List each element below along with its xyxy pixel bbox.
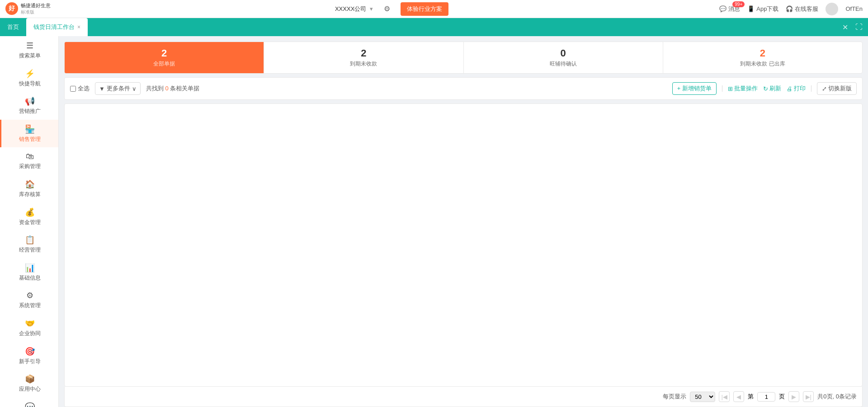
page-size-select[interactable]: 50 100 bbox=[690, 392, 715, 402]
sidebar-label-inventory: 库存核算 bbox=[19, 191, 41, 198]
sidebar-item-inventory[interactable]: 🏠 库存核算 bbox=[0, 175, 58, 203]
stat-number-pending: 0 bbox=[561, 47, 566, 59]
company-selector[interactable]: XXXXX公司 ▾ ⚙ 体验行业方案 bbox=[335, 2, 448, 16]
stat-number-all: 2 bbox=[161, 47, 167, 59]
found-count: 0 bbox=[165, 85, 169, 92]
sidebar-label-search-menu: 搜索菜单 bbox=[19, 52, 41, 60]
stat-card-shipped[interactable]: 2 到期未收款 已出库 bbox=[663, 42, 862, 73]
select-all-checkbox[interactable]: 全选 bbox=[70, 84, 90, 93]
batch-icon: ⊞ bbox=[728, 85, 733, 92]
sidebar-label-marketing: 营销推广 bbox=[19, 108, 41, 115]
tab-home[interactable]: 首页 bbox=[0, 18, 26, 36]
system-icon: ⚙ bbox=[26, 290, 33, 300]
chevron-down-icon[interactable]: ▾ bbox=[370, 5, 377, 13]
sidebar-label-basics: 基础信息 bbox=[19, 275, 41, 282]
app-download-btn[interactable]: 📱 App下载 bbox=[747, 5, 778, 13]
inventory-icon: 🏠 bbox=[25, 179, 35, 189]
sidebar: ☰ 搜索菜单 ⚡ 快捷导航 📢 营销推广 🏪 销售管理 🛍 采购管理 🏠 库存核… bbox=[0, 36, 59, 407]
sidebar-item-operations[interactable]: 📋 经营管理 bbox=[0, 230, 58, 258]
select-all-input[interactable] bbox=[70, 86, 76, 92]
tab-active[interactable]: 钱货日清工作台 × bbox=[26, 18, 88, 36]
sidebar-item-cooperation[interactable]: 🤝 企业协同 bbox=[0, 314, 58, 342]
quick-nav-icon: ⚡ bbox=[25, 69, 35, 79]
purchase-icon: 🛍 bbox=[26, 152, 34, 161]
sidebar-label-quick-nav: 快捷导航 bbox=[19, 80, 41, 88]
close-window-icon[interactable]: ✕ bbox=[840, 21, 850, 33]
search-menu-icon: ☰ bbox=[26, 41, 33, 51]
sidebar-item-search-menu[interactable]: ☰ 搜索菜单 bbox=[0, 36, 58, 64]
top-header: 好 畅捷通好生意 标准版 XXXXX公司 ▾ ⚙ 体验行业方案 💬 消息 99+… bbox=[0, 0, 868, 18]
stat-number-overdue: 2 bbox=[361, 47, 366, 59]
refresh-label: 刷新 bbox=[769, 84, 781, 93]
logo-icon: 好 bbox=[5, 2, 18, 15]
last-page-btn[interactable]: ▶| bbox=[803, 391, 814, 402]
tab-close-icon[interactable]: × bbox=[77, 24, 80, 30]
app-center-icon: 📦 bbox=[25, 374, 35, 384]
username[interactable]: OfTEn bbox=[845, 5, 863, 12]
settings-icon[interactable]: ⚙ bbox=[381, 3, 393, 15]
message-badge: 99+ bbox=[732, 1, 745, 7]
sidebar-label-cooperation: 企业协同 bbox=[19, 330, 41, 337]
header-right: 💬 消息 99+ 📱 App下载 🎧 在线客服 OfTEn bbox=[719, 3, 863, 15]
message-btn[interactable]: 💬 消息 99+ bbox=[719, 5, 740, 13]
avatar[interactable] bbox=[826, 3, 838, 15]
sidebar-label-purchase: 采购管理 bbox=[19, 163, 41, 170]
online-service-btn[interactable]: 🎧 在线客服 bbox=[786, 5, 818, 13]
page-input[interactable] bbox=[757, 392, 775, 402]
switch-icon: ⤢ bbox=[822, 85, 827, 92]
sidebar-item-app-center[interactable]: 📦 应用中心 bbox=[0, 370, 58, 398]
home-tab-label: 首页 bbox=[7, 23, 19, 31]
cooperation-icon: 🤝 bbox=[25, 318, 35, 328]
sidebar-item-system[interactable]: ⚙ 系统管理 bbox=[0, 286, 58, 314]
app-icon: 📱 bbox=[747, 5, 755, 12]
sidebar-item-capital[interactable]: 💰 资金管理 bbox=[0, 203, 58, 231]
company-name[interactable]: XXXXX公司 bbox=[335, 5, 366, 13]
toolbar: 全选 ▼ 更多条件 ∨ 共找到 0 条相关单据 + 新增销货单 ⊞ 批 bbox=[64, 77, 863, 100]
batch-label: 批量操作 bbox=[734, 84, 758, 93]
logo-area: 好 畅捷通好生意 标准版 bbox=[5, 2, 64, 15]
sidebar-item-basics[interactable]: 📊 基础信息 bbox=[0, 258, 58, 286]
found-suffix: 条相关单据 bbox=[170, 85, 199, 92]
filter-label: 更多条件 bbox=[107, 84, 130, 93]
refresh-icon: ↻ bbox=[763, 85, 768, 92]
page-label: 第 bbox=[748, 393, 754, 401]
headset-icon: 🎧 bbox=[786, 5, 793, 12]
sidebar-label-capital: 资金管理 bbox=[19, 219, 41, 226]
prev-page-btn[interactable]: ◀ bbox=[733, 391, 744, 402]
expand-window-icon[interactable]: ⛶ bbox=[854, 21, 864, 33]
page-size-label: 每页显示 bbox=[663, 393, 686, 401]
filter-btn[interactable]: ▼ 更多条件 ∨ bbox=[95, 82, 141, 95]
stat-card-pending[interactable]: 0 旺辅待确认 bbox=[464, 42, 663, 73]
first-page-btn[interactable]: |◀ bbox=[719, 391, 730, 402]
sidebar-item-wechat[interactable]: 💬 企业微信 bbox=[0, 398, 58, 407]
sidebar-item-sales[interactable]: 🏪 销售管理 bbox=[0, 120, 58, 148]
table-area bbox=[64, 103, 863, 387]
batch-btn[interactable]: ⊞ 批量操作 bbox=[728, 84, 758, 93]
experience-btn[interactable]: 体验行业方案 bbox=[401, 2, 448, 16]
online-service-label: 在线客服 bbox=[795, 5, 818, 13]
sidebar-item-quick-nav[interactable]: ⚡ 快捷导航 bbox=[0, 64, 58, 92]
refresh-btn[interactable]: ↻ 刷新 bbox=[763, 84, 781, 93]
found-prefix: 共找到 bbox=[146, 85, 164, 92]
add-btn[interactable]: + 新增销货单 bbox=[672, 82, 717, 95]
switch-btn[interactable]: ⤢ 切换新版 bbox=[817, 82, 857, 95]
sidebar-item-guide[interactable]: 🎯 新手引导 bbox=[0, 342, 58, 370]
sidebar-item-marketing[interactable]: 📢 营销推广 bbox=[0, 92, 58, 120]
stat-label-pending: 旺辅待确认 bbox=[550, 60, 577, 68]
capital-icon: 💰 bbox=[25, 207, 35, 217]
select-all-label: 全选 bbox=[78, 84, 90, 93]
toolbar-right: + 新增销货单 ⊞ 批量操作 ↻ 刷新 🖨 打印 ⤢ 切换新版 bbox=[672, 82, 857, 95]
next-page-btn[interactable]: ▶ bbox=[788, 391, 799, 402]
toolbar-left: 全选 ▼ 更多条件 ∨ 共找到 0 条相关单据 bbox=[70, 82, 199, 95]
sidebar-item-purchase[interactable]: 🛍 采购管理 bbox=[0, 147, 58, 175]
pagination-bar: 每页显示 50 100 |◀ ◀ 第 页 ▶ ▶| 共0页, 0条记录 bbox=[64, 387, 863, 407]
divider-1 bbox=[722, 85, 722, 92]
logo-text: 畅捷通好生意 bbox=[21, 2, 51, 9]
active-tab-label: 钱货日清工作台 bbox=[33, 23, 75, 31]
stat-card-all[interactable]: 2 全部单据 bbox=[65, 42, 264, 73]
stat-label-shipped: 到期未收款 已出库 bbox=[740, 60, 785, 68]
print-btn[interactable]: 🖨 打印 bbox=[787, 84, 806, 93]
sidebar-label-sales: 销售管理 bbox=[19, 136, 41, 143]
sidebar-label-guide: 新手引导 bbox=[19, 358, 41, 365]
stat-card-overdue[interactable]: 2 到期未收款 bbox=[264, 42, 463, 73]
